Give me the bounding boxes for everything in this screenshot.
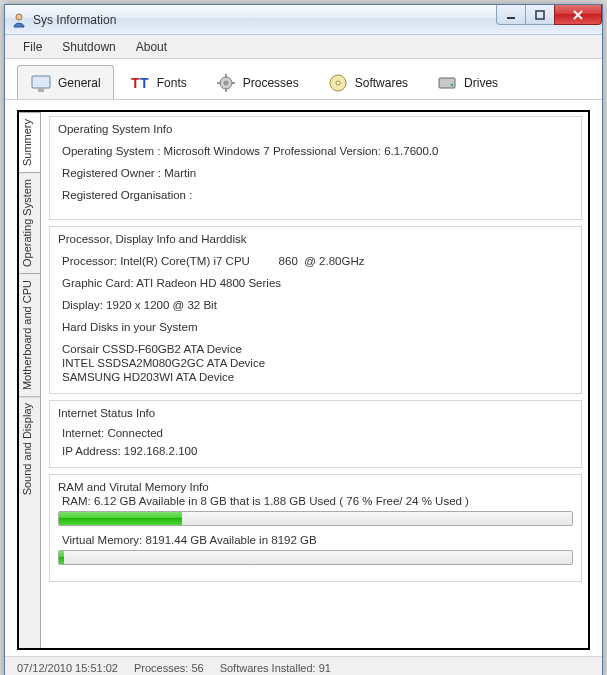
maximize-button[interactable] (525, 5, 555, 25)
svg-rect-1 (507, 17, 515, 19)
vmem-progress (58, 550, 573, 565)
general-icon (30, 72, 52, 94)
internet-info-group: Internet Status Info Internet: Connected… (49, 400, 582, 468)
tab-softwares[interactable]: Softwares (314, 65, 421, 99)
processes-icon (215, 72, 237, 94)
statusbar: 07/12/2010 15:51:02 Processes: 56 Softwa… (5, 656, 602, 675)
tab-drives[interactable]: Drives (423, 65, 511, 99)
tab-softwares-label: Softwares (355, 76, 408, 90)
sidetab-summery[interactable]: Summery (19, 112, 40, 172)
processor-line: Processor: Intel(R) Core(TM) i7 CPU 860 … (62, 255, 573, 267)
menu-file[interactable]: File (13, 37, 52, 57)
vmem-progress-fill (59, 551, 64, 564)
memory-heading: RAM and Virutal Memory Info (58, 481, 573, 493)
tab-fonts[interactable]: TT Fonts (116, 65, 200, 99)
tab-processes[interactable]: Processes (202, 65, 312, 99)
svg-point-8 (223, 80, 228, 85)
drives-icon (436, 72, 458, 94)
os-info-heading: Operating System Info (58, 123, 573, 135)
content-area: Summery Operating System Motherboard and… (5, 100, 602, 656)
menubar: File Shutdown About (5, 35, 602, 59)
ram-progress-fill (59, 512, 182, 525)
svg-point-0 (16, 14, 22, 20)
vmem-line: Virtual Memory: 8191.44 GB Available in … (62, 534, 573, 546)
sidetab-sound-display[interactable]: Sound and Display (19, 396, 40, 501)
ram-progress (58, 511, 573, 526)
hdd-heading: Hard Disks in your System (62, 321, 573, 333)
sidetab-motherboard[interactable]: Motherboard and CPU (19, 273, 40, 396)
tab-general[interactable]: General (17, 65, 114, 99)
sidetab-os[interactable]: Operating System (19, 172, 40, 273)
memory-info-group: RAM and Virutal Memory Info RAM: 6.12 GB… (49, 474, 582, 582)
os-line: Operating System : Microsoft Windows 7 P… (62, 145, 573, 157)
status-datetime: 07/12/2010 15:51:02 (17, 662, 118, 674)
tab-drives-label: Drives (464, 76, 498, 90)
svg-rect-15 (439, 78, 455, 88)
ram-line: RAM: 6.12 GB Available in 8 GB that is 1… (62, 495, 573, 507)
tab-fonts-label: Fonts (157, 76, 187, 90)
main-frame: Summery Operating System Motherboard and… (17, 110, 590, 650)
hdd-1: Corsair CSSD-F60GB2 ATA Device (62, 343, 573, 355)
svg-point-14 (336, 81, 340, 85)
tab-general-label: General (58, 76, 101, 90)
processor-heading: Processor, Display Info and Harddisk (58, 233, 573, 245)
internet-heading: Internet Status Info (58, 407, 573, 419)
menu-about[interactable]: About (126, 37, 177, 57)
menu-shutdown[interactable]: Shutdown (52, 37, 125, 57)
close-button[interactable] (554, 5, 602, 25)
svg-point-16 (451, 83, 454, 86)
hdd-3: SAMSUNG HD203WI ATA Device (62, 371, 573, 383)
internet-status: Internet: Connected (62, 427, 573, 439)
window-controls (497, 5, 602, 34)
toolbar: General TT Fonts Processes Softwares Dri… (5, 59, 602, 100)
svg-rect-3 (32, 76, 50, 88)
gpu-line: Graphic Card: ATI Radeon HD 4800 Series (62, 277, 573, 289)
svg-rect-4 (38, 88, 44, 92)
ip-address: IP Address: 192.168.2.100 (62, 445, 573, 457)
titlebar[interactable]: Sys Information (5, 5, 602, 35)
hdd-2: INTEL SSDSA2M080G2GC ATA Device (62, 357, 573, 369)
status-softwares: Softwares Installed: 91 (220, 662, 331, 674)
svg-rect-2 (536, 11, 544, 19)
app-icon (11, 12, 27, 28)
processor-info-group: Processor, Display Info and Harddisk Pro… (49, 226, 582, 394)
svg-text:T: T (131, 75, 140, 91)
summary-panel: Operating System Info Operating System :… (41, 112, 588, 648)
minimize-button[interactable] (496, 5, 526, 25)
display-line: Display: 1920 x 1200 @ 32 Bit (62, 299, 573, 311)
softwares-icon (327, 72, 349, 94)
os-info-group: Operating System Info Operating System :… (49, 116, 582, 220)
window-title: Sys Information (33, 13, 497, 27)
tab-processes-label: Processes (243, 76, 299, 90)
fonts-icon: TT (129, 72, 151, 94)
svg-text:T: T (140, 75, 149, 91)
app-window: Sys Information File Shutdown About Gene… (4, 4, 603, 675)
status-processes: Processes: 56 (134, 662, 204, 674)
registered-org: Registered Organisation : (62, 189, 573, 201)
side-tabs: Summery Operating System Motherboard and… (19, 112, 41, 648)
registered-owner: Registered Owner : Martin (62, 167, 573, 179)
